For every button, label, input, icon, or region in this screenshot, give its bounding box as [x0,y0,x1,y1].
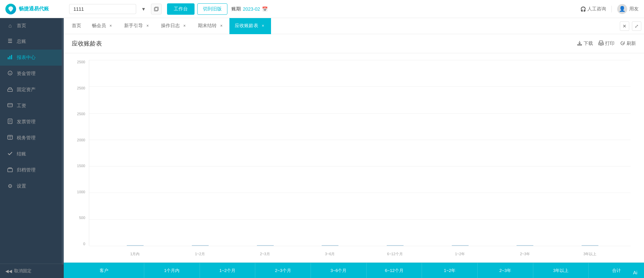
tab-label: 操作日志 [161,23,180,29]
sidebar-item-reports[interactable]: 报表中心 [0,50,64,66]
col-label: 合计 [612,268,621,274]
workstation-button[interactable]: 工作台 [167,3,195,15]
bar-1-2year [452,245,469,246]
sidebar-item-salary[interactable]: 工资 [0,98,64,114]
sidebar-item-home[interactable]: ⌂ 首页 [0,18,64,33]
tab-close-period-end[interactable]: × [219,23,224,28]
headset-icon: 🎧 [580,6,586,12]
ai-assistant-bubble[interactable]: Ai [627,267,644,278]
tab-aging[interactable]: 应收账龄表 × [229,18,271,34]
x-label-1-2year: 1~2年 [455,252,465,257]
x-label-6-12month: 6~12个月 [387,252,403,257]
divider [611,6,612,12]
page-actions: 下载 打印 刷新 [577,41,636,47]
download-button[interactable]: 下载 [577,41,593,47]
archive-icon [7,167,13,173]
tab-guide[interactable]: 新手引导 × [119,18,156,34]
svg-rect-4 [8,42,12,43]
x-label-2-3year: 2~3年 [520,252,530,257]
sidebar-item-tax[interactable]: 税务管理 [0,130,64,146]
top-header: 畅捷通易代账 1111 ▼ 工作台 切到旧版 账期 2023-02 📅 🎧 人工… [0,0,644,18]
assets-icon [7,86,13,93]
refresh-label: 刷新 [627,41,636,47]
print-icon [598,41,604,47]
ai-label: Ai [633,270,637,275]
main-layout: ⌂ 首页 总账 报表中心 ¥ 资金管理 固定资产 [0,18,644,278]
col-3year-plus: 3年以上 [533,263,589,278]
consultation-area[interactable]: 🎧 人工咨询 [580,6,606,12]
col-label: 3~6个月 [330,268,346,274]
switch-version-button[interactable]: 切到旧版 [197,3,227,15]
tab-member[interactable]: 畅会员 × [87,18,119,34]
sidebar-item-invoice[interactable]: 发票管理 [0,114,64,130]
bar-2-3month [257,245,274,246]
col-1-2month: 1~2个月 [200,263,256,278]
col-label: 1~2年 [444,268,455,274]
home-icon: ⌂ [7,23,13,29]
tab-close-member[interactable]: × [108,23,113,28]
y-label-500: 500 [79,216,85,220]
svg-rect-3 [8,41,12,41]
company-selector: 1111 ▼ [69,4,163,14]
bar-3year-plus [582,245,598,246]
sidebar-item-closing[interactable]: 结账 [0,146,64,162]
col-3-6month: 3~6个月 [311,263,367,278]
invoice-icon [7,119,13,125]
col-1-2year: 1~2年 [422,263,478,278]
cancel-pin-label: 取消固定 [14,268,32,274]
tab-label: 畅会员 [92,23,106,29]
sidebar-item-label: 税务管理 [17,135,36,141]
pin-icon: ◀◀ [5,269,12,274]
grid-line-5 [89,193,631,193]
tab-home[interactable]: 首页 [66,18,87,34]
ledger-icon [7,38,13,45]
svg-rect-11 [8,103,12,107]
period-area: 账期 2023-02 📅 [231,6,268,12]
svg-rect-5 [8,57,9,59]
company-copy-button[interactable] [151,4,162,14]
sidebar-item-label: 报表中心 [17,55,36,61]
tax-icon [7,135,13,141]
sidebar-item-archive[interactable]: 归档管理 [0,162,64,178]
sidebar-item-assets[interactable]: 固定资产 [0,82,64,98]
grid-line-top [89,60,631,60]
close-all-tabs-button[interactable]: ✕ [620,21,629,31]
company-dropdown-icon[interactable]: ▼ [139,4,148,14]
tab-close-oplog[interactable]: × [182,23,187,28]
sidebar: ⌂ 首页 总账 报表中心 ¥ 资金管理 固定资产 [0,18,64,278]
y-label-2500c: 2500 [77,112,85,116]
table-header: 客户 1个月内 1~2个月 2~3个月 3~6个月 6~12个月 [64,263,644,278]
tab-close-aging[interactable]: × [260,23,266,28]
user-area[interactable]: 👤 用友 [617,4,639,14]
company-name[interactable]: 1111 [69,4,136,14]
refresh-button[interactable]: 刷新 [620,41,636,47]
bar-group-3-6month [306,245,355,246]
chart-container: 2500 2500 2500 2000 1500 1000 500 0 [64,53,644,263]
print-button[interactable]: 打印 [598,41,614,47]
sidebar-footer[interactable]: ◀◀ 取消固定 [0,264,64,278]
tab-period-end[interactable]: 期末结转 × [193,18,229,34]
col-label: 客户 [100,268,108,274]
salary-icon [7,102,13,109]
sidebar-item-ledger[interactable]: 总账 [0,33,64,50]
sidebar-item-label: 归档管理 [17,167,36,173]
refresh-icon [620,41,625,47]
y-label-1500: 1500 [77,164,85,168]
fullscreen-button[interactable]: ⤢ [632,21,641,31]
sidebar-item-label: 结账 [17,151,26,157]
sidebar-item-settings[interactable]: ⚙ 设置 [0,178,64,194]
sidebar-item-funds[interactable]: ¥ 资金管理 [0,66,64,82]
x-label-1-2month: 1~2月 [195,252,205,257]
content-area: 首页 畅会员 × 新手引导 × 操作日志 × 期末结转 × 应收账龄表 × [64,18,644,278]
x-label-3-6month: 3~6月 [325,252,335,257]
tab-oplog[interactable]: 操作日志 × [156,18,193,34]
col-label: 6~12个月 [385,268,403,274]
tab-close-guide[interactable]: × [145,23,150,28]
bar-group-1month [111,245,160,246]
bar-1-2month [192,245,209,246]
bar-3-6month [322,245,338,246]
page-content: 应收账龄表 下载 打印 [64,34,644,278]
svg-rect-21 [599,41,603,43]
calendar-icon[interactable]: 📅 [262,6,268,12]
page-title: 应收账龄表 [72,40,102,48]
